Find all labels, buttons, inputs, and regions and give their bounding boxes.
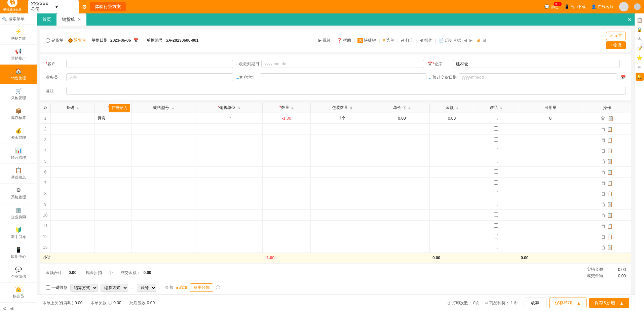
sidebar-item-purchase[interactable]: 🛒 采购管理 — [0, 84, 37, 104]
payment-due-input[interactable] — [261, 60, 424, 68]
delete-row-13-button[interactable]: 🗑 — [600, 244, 606, 251]
delete-row-10-button[interactable]: 🗑 — [600, 212, 606, 219]
tab-sale-order[interactable]: 销货单 ✕ — [56, 13, 86, 26]
list-view-icon[interactable]: ⊞ — [477, 38, 480, 43]
warehouse-input[interactable] — [453, 60, 620, 68]
return-radio-label[interactable]: 退货单 — [68, 38, 86, 43]
copy-row-9-button[interactable]: 📋 — [606, 201, 613, 208]
right-tool-lock[interactable]: 🔒 — [636, 26, 644, 34]
app-download-button[interactable]: 📱 App下载 — [564, 4, 586, 10]
save-draft-button[interactable]: 保存草稿 ▲ — [549, 298, 587, 308]
gift-checkbox-8[interactable] — [494, 191, 498, 195]
sale-radio[interactable] — [46, 38, 50, 43]
right-tool-star[interactable]: ⭐ — [636, 54, 644, 62]
settings-button[interactable]: ⊙ 设置 — [606, 32, 626, 40]
warehouse-dots[interactable]: ... — [622, 62, 626, 66]
account-select[interactable]: 账号 — [137, 284, 156, 292]
gift-checkbox-11[interactable] — [494, 223, 498, 228]
customer-dots[interactable]: ... — [236, 62, 239, 66]
payment-due-calendar[interactable]: 📅 — [427, 62, 432, 66]
copy-row-4-button[interactable]: 📋 — [606, 147, 613, 154]
gift-checkbox-4[interactable] — [494, 148, 498, 152]
trial-button[interactable]: 体验行业方案 — [90, 2, 126, 11]
gift-checkbox-2[interactable] — [494, 126, 498, 131]
video-action[interactable]: ▶ 视频 — [318, 38, 331, 43]
close-all-tabs-button[interactable]: ✕ — [628, 16, 632, 23]
copy-row-7-button[interactable]: 📋 — [606, 180, 613, 186]
sale-radio-label[interactable]: 销货单 — [46, 38, 64, 43]
delete-row-6-button[interactable]: 🗑 — [600, 169, 606, 176]
user-avatar-2[interactable] — [634, 3, 641, 10]
copy-row-1-button[interactable]: 📋 — [607, 115, 614, 122]
sidebar-search[interactable]: 🔍 搜索菜单 — [0, 13, 37, 25]
history-action[interactable]: 📄 历史单据 — [439, 38, 461, 43]
sidebar-settings-button[interactable]: ⚙ — [3, 306, 7, 311]
message-button[interactable]: 💬 消息 99+ — [544, 4, 559, 10]
copy-row-3-button[interactable]: 📋 — [606, 137, 613, 143]
one-click-pay-checkbox[interactable] — [46, 285, 50, 290]
return-radio[interactable] — [68, 38, 73, 43]
save-new-button[interactable]: 保存&新增 ▲ — [589, 298, 629, 308]
gift-checkbox-6[interactable] — [494, 169, 498, 174]
gift-checkbox-7[interactable] — [494, 180, 498, 185]
select-action[interactable]: ≡ 选单 — [383, 38, 394, 43]
discard-button[interactable]: 放弃 — [524, 298, 546, 308]
customer-input[interactable] — [66, 60, 233, 68]
gift-checkbox-3[interactable] — [494, 137, 498, 142]
copy-row-13-button[interactable]: 📋 — [606, 244, 613, 251]
sidebar-item-basic[interactable]: 📋 基础信息 — [0, 164, 37, 184]
delete-row-8-button[interactable]: 🗑 — [600, 190, 606, 197]
delete-row-3-button[interactable]: 🗑 — [600, 137, 606, 143]
global-settings-button[interactable]: ⚙ — [82, 4, 87, 10]
customer-addr-dots[interactable]: ... — [429, 75, 432, 80]
customer-addr-input[interactable] — [260, 73, 426, 81]
remark-input[interactable] — [66, 87, 626, 95]
delete-row-9-button[interactable]: 🗑 — [600, 201, 606, 208]
sidebar-item-guide[interactable]: 🔰 新手引导 — [0, 223, 37, 243]
sidebar-item-sales[interactable]: 🏠 销售管理 — [0, 65, 37, 84]
sidebar-item-enterprise[interactable]: 🏢 企业协同 — [0, 203, 37, 223]
sidebar-item-appstore[interactable]: 📱 应用中心 — [0, 243, 37, 263]
gift-checkbox-1[interactable] — [494, 116, 498, 120]
gift-checkbox-9[interactable] — [494, 202, 498, 206]
delete-row-2-button[interactable]: 🗑 — [600, 126, 606, 132]
user-avatar[interactable] — [619, 2, 629, 11]
settlement-method-select[interactable]: 结算方式 — [101, 284, 128, 292]
one-click-pay-label[interactable]: 一键收款 — [46, 285, 68, 290]
copy-row-2-button[interactable]: 📋 — [606, 126, 613, 132]
add-payment-button[interactable]: ● 添加 — [176, 285, 187, 290]
operate-action[interactable]: ⊕ 操作 — [420, 38, 432, 43]
sidebar-item-member[interactable]: 👑 畅会员 — [0, 283, 37, 303]
nav-prev-icon[interactable]: ◀ — [464, 38, 467, 43]
expected-date-input[interactable] — [459, 73, 617, 81]
salesperson-dots[interactable]: ... — [236, 75, 239, 80]
expected-date-calendar[interactable]: 📅 — [621, 75, 626, 80]
gift-checkbox-5[interactable] — [494, 159, 498, 163]
scan-button[interactable]: 扫码录入 — [109, 104, 130, 112]
right-tool-view[interactable]: 👁 — [636, 35, 644, 43]
sidebar-item-system[interactable]: ⚙ 系统管理 — [0, 184, 37, 203]
save-draft-chevron[interactable]: ▲ — [574, 301, 581, 306]
nav-next-icon[interactable]: ▶ — [469, 38, 472, 43]
copy-row-10-button[interactable]: 📋 — [606, 212, 613, 219]
date-picker-icon[interactable]: 📅 — [134, 38, 139, 43]
online-service-button[interactable]: 👤 在线客服 — [591, 4, 614, 10]
gift-checkbox-12[interactable] — [494, 234, 498, 238]
delete-row-4-button[interactable]: 🗑 — [600, 147, 606, 154]
delete-row-11-button[interactable]: 🗑 — [600, 223, 606, 229]
grid-view-icon[interactable]: ⊟ — [483, 38, 486, 43]
delete-row-5-button[interactable]: 🗑 — [600, 158, 606, 165]
right-tool-pencil[interactable]: ✏ — [636, 63, 644, 71]
delete-row-1-button[interactable]: 🗑 — [600, 115, 606, 122]
right-tool-notes[interactable]: 📋 — [636, 16, 644, 24]
tab-close-button[interactable]: ✕ — [78, 17, 81, 22]
copy-row-6-button[interactable]: 📋 — [606, 169, 613, 176]
sidebar-item-finance[interactable]: 💰 资金管理 — [0, 124, 37, 144]
sidebar-collapse-button[interactable]: ◀ — [10, 306, 13, 311]
help-action[interactable]: ❓ 帮助 — [337, 38, 351, 43]
sidebar-item-quick-nav[interactable]: ⚡ 快捷导航 — [0, 25, 37, 45]
sidebar-item-marketing[interactable]: 📢 营销推广 — [0, 45, 37, 65]
copy-row-12-button[interactable]: 📋 — [606, 233, 613, 240]
delete-row-12-button[interactable]: 🗑 — [600, 233, 606, 240]
copy-row-8-button[interactable]: 📋 — [606, 190, 613, 197]
